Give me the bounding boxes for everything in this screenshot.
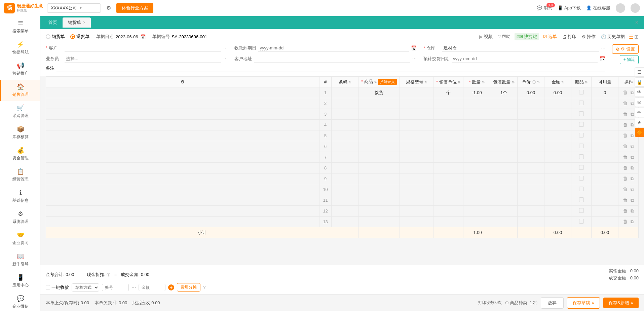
product-sort-icon[interactable]: ⇅ [374, 80, 377, 84]
row-copy-icon[interactable]: ⧉ [630, 176, 635, 181]
sidebar-item-enterprise[interactable]: 🤝 企业协同 [0, 228, 40, 249]
tab-sale-order[interactable]: 销货单 × [63, 17, 91, 28]
add-payment-button[interactable]: + [168, 284, 174, 290]
row-gift-cell[interactable] [571, 87, 592, 98]
row-spec-cell[interactable] [400, 130, 433, 141]
message-button[interactable]: 💬 消息 99+ [537, 5, 552, 11]
row-spec-cell[interactable] [400, 195, 433, 206]
pkg-sort-icon[interactable]: ⇅ [512, 80, 515, 84]
row-copy-icon[interactable]: ⧉ [630, 154, 635, 160]
row-delete-icon[interactable]: 🗑 [622, 197, 629, 203]
row-gift-cell[interactable] [571, 184, 592, 195]
discount-info-icon[interactable]: ⓘ [107, 273, 110, 277]
toolbar-print-btn[interactable]: 🖨 打印 [561, 33, 578, 40]
right-panel-btn-7[interactable]: 🔶 [635, 128, 644, 137]
fee-split-button[interactable]: 费用分摊 [177, 283, 200, 291]
amount-sort-icon[interactable]: ⇅ [561, 80, 564, 84]
remark-input[interactable] [56, 65, 605, 72]
discard-button[interactable]: 放弃 [541, 297, 564, 309]
row-gift-cell[interactable] [571, 173, 592, 184]
row-delete-icon[interactable]: 🗑 [622, 154, 629, 160]
row-barcode-cell[interactable] [332, 173, 358, 184]
due-date-calendar-icon[interactable]: 📅 [411, 45, 417, 51]
right-panel-btn-5[interactable]: ✏ [635, 108, 644, 117]
warehouse-more-icon[interactable]: ··· [601, 45, 605, 51]
row-copy-icon[interactable]: ⧉ [630, 187, 635, 192]
row-barcode-cell[interactable] [332, 163, 358, 173]
row-copy-icon[interactable]: ⧉ [630, 208, 635, 213]
row-spec-cell[interactable] [400, 87, 433, 98]
row-barcode-cell[interactable] [332, 87, 358, 98]
row-gift-cell[interactable] [571, 130, 592, 141]
row-gift-cell[interactable] [571, 120, 592, 130]
row-barcode-cell[interactable] [332, 217, 358, 227]
row-gift-cell[interactable] [571, 141, 592, 152]
company-selector[interactable]: XXXXXX公司 ▼ [47, 3, 101, 13]
row-copy-icon[interactable]: ⧉ [630, 90, 635, 95]
right-panel-btn-2[interactable]: 🔒 [635, 77, 644, 87]
row-gift-cell[interactable] [571, 163, 592, 173]
row-barcode-cell[interactable] [332, 120, 358, 130]
fee-help-icon[interactable]: ? [203, 285, 205, 290]
row-barcode-cell[interactable] [332, 141, 358, 152]
view-grid-icon[interactable]: ⊞ [634, 34, 639, 40]
window-close-icon[interactable]: × [632, 19, 641, 26]
customer-more-icon[interactable]: ··· [223, 45, 228, 51]
sidebar-item-marketing[interactable]: 📢 营销推广 [0, 59, 40, 80]
row-barcode-cell[interactable] [332, 152, 358, 163]
warehouse-input[interactable] [442, 44, 599, 52]
trial-button[interactable]: 体验行业方案 [116, 3, 153, 13]
row-copy-icon[interactable]: ⧉ [630, 144, 635, 149]
row-gift-cell[interactable] [571, 217, 592, 227]
save-new-button[interactable]: 保存&新增 ∧ [603, 298, 639, 308]
qty-sort-icon[interactable]: ⇅ [482, 80, 485, 84]
user-avatar[interactable] [616, 3, 625, 13]
toolbar-help-btn[interactable]: ? 帮助 [497, 33, 512, 40]
row-copy-icon[interactable]: ⧉ [630, 101, 635, 106]
sidebar-item-wechat[interactable]: 💬 企业微信 [0, 291, 40, 311]
row-spec-cell[interactable] [400, 152, 433, 163]
row-delete-icon[interactable]: 🗑 [622, 111, 629, 117]
right-panel-btn-6[interactable]: ★ [635, 118, 644, 127]
toolbar-history-btn[interactable]: 🕐 历史单据 [600, 33, 626, 40]
salesman-input[interactable] [65, 55, 221, 63]
row-delete-icon[interactable]: 🗑 [622, 101, 629, 106]
settings-top-button[interactable]: ⚙ ⚙ 设置 [612, 44, 639, 54]
row-gift-cell[interactable] [571, 109, 592, 120]
row-copy-icon[interactable]: ⧉ [630, 165, 635, 170]
sidebar-item-operation[interactable]: 📋 经营管理 [0, 164, 40, 186]
row-delete-icon[interactable]: 🗑 [622, 90, 629, 95]
row-spec-cell[interactable] [400, 184, 433, 195]
row-copy-icon[interactable]: ⧉ [630, 122, 635, 127]
payment-method-select[interactable]: 结算方式 [72, 283, 99, 291]
row-barcode-cell[interactable] [332, 109, 358, 120]
save-draft-button[interactable]: 保存草稿 ∧ [567, 297, 600, 309]
right-panel-btn-3[interactable]: 👁 [635, 87, 644, 97]
unit-sort-icon[interactable]: ⇅ [458, 80, 460, 84]
online-service-button[interactable]: 👤 在线客服 [586, 5, 610, 11]
one-click-pay-checkbox[interactable] [46, 285, 50, 289]
sidebar-item-basic[interactable]: ℹ 基础信息 [0, 186, 40, 207]
row-copy-icon[interactable]: ⧉ [630, 133, 635, 138]
row-spec-cell[interactable] [400, 109, 433, 120]
logistics-button[interactable]: + 物流 [620, 55, 639, 64]
view-list-icon[interactable]: ☰ [629, 34, 634, 40]
sidebar-item-system[interactable]: ⚙ 系统管理 [0, 207, 40, 228]
row-copy-icon[interactable]: ⧉ [630, 219, 635, 224]
radio-return-order[interactable]: 退货单 [70, 34, 89, 40]
account-input[interactable] [102, 284, 129, 291]
row-delete-icon[interactable]: 🗑 [622, 219, 629, 224]
row-delete-icon[interactable]: 🗑 [622, 208, 629, 213]
row-delete-icon[interactable]: 🗑 [622, 122, 629, 127]
row-spec-cell[interactable] [400, 120, 433, 130]
tab-home[interactable]: 首页 [43, 17, 63, 28]
expected-date-calendar-icon[interactable]: 📅 [600, 56, 605, 62]
due-date-input[interactable] [258, 44, 409, 52]
settings-icon-button[interactable]: ⚙ [104, 3, 114, 13]
app-download-button[interactable]: 📱 App下载 [558, 5, 581, 11]
date-calendar-icon[interactable]: 📅 [140, 34, 146, 39]
customer-input[interactable] [65, 44, 221, 52]
spec-sort-icon[interactable]: ⇅ [424, 80, 427, 84]
row-delete-icon[interactable]: 🗑 [622, 144, 629, 149]
salesman-more-icon[interactable]: ··· [223, 56, 228, 62]
